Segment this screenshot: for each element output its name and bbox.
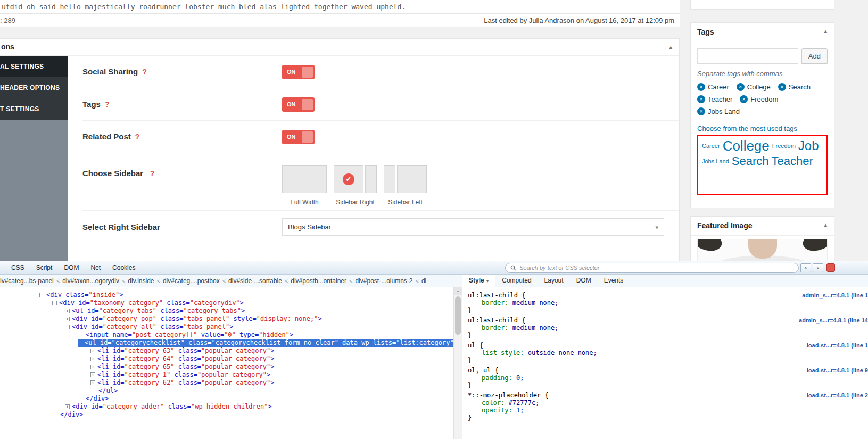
tag-cloud-link[interactable]: College (723, 138, 770, 154)
dom-tree-row[interactable]: +<div id="category-adder" class="wp-hidd… (0, 403, 453, 411)
css-selector[interactable]: *::-moz-placeholder { (468, 392, 549, 399)
partial-tab[interactable] (0, 261, 5, 274)
dom-tree-row[interactable]: -<ul id="categorychecklist" class="categ… (0, 339, 453, 347)
dom-tree-row[interactable]: </ul> (0, 387, 453, 395)
expander-icon[interactable]: + (90, 365, 95, 369)
firebug-tab-net[interactable]: Net (85, 261, 106, 274)
options-nav-item[interactable]: AL SETTINGS (0, 56, 68, 77)
sidebar-option-right[interactable]: ✓Sidebar Right (334, 165, 377, 206)
dom-tree-row[interactable]: +<li id="category-63" class="popular-cat… (0, 347, 453, 355)
expander-icon[interactable]: - (52, 301, 57, 305)
expander-icon[interactable]: + (65, 404, 70, 409)
collapse-caret-icon[interactable]: ▴ (824, 221, 827, 228)
toggle-switch[interactable]: ON (282, 130, 315, 144)
editor-content[interactable]: utdid oh said hello majestically roadrun… (2, 3, 406, 11)
css-selector[interactable]: ul:last-child { (468, 292, 525, 299)
expander-icon[interactable]: - (78, 341, 82, 345)
tag-cloud-link[interactable]: Teacher (771, 155, 813, 168)
help-icon[interactable]: ? (105, 100, 110, 109)
css-selector[interactable]: ul { (468, 342, 483, 349)
source-link[interactable]: load-st...r=4.8.1 (line 1 (807, 342, 868, 349)
search-prev-button[interactable]: ∧ (800, 263, 811, 272)
dom-tree-row[interactable]: +<li id="category-65" class="popular-cat… (0, 363, 453, 371)
new-tag-input[interactable] (697, 48, 798, 64)
help-icon[interactable]: ? (142, 68, 147, 76)
expander-icon[interactable]: + (65, 317, 70, 321)
remove-tag-icon[interactable]: × (778, 83, 786, 91)
breadcrumb-item[interactable]: di (421, 277, 426, 285)
dom-tree-row[interactable]: +<li id="category-1" class="popular-cate… (0, 371, 453, 379)
breadcrumb-item[interactable]: iv#categ...bs-panel (0, 277, 54, 285)
collapse-caret-icon[interactable]: ▴ (824, 28, 827, 35)
tag-cloud-link[interactable]: Search (732, 155, 769, 168)
expander-icon[interactable]: - (65, 325, 70, 329)
help-icon[interactable]: ? (135, 132, 140, 141)
expander-icon[interactable]: + (90, 349, 95, 353)
help-icon[interactable]: ? (150, 169, 155, 178)
css-selector[interactable]: ol, ul { (468, 367, 499, 374)
breadcrumb-item[interactable]: div#categ....postbox (163, 277, 220, 285)
panel-tab-events[interactable]: Events (598, 275, 630, 287)
sidebar-option-full[interactable]: Full Width (282, 165, 327, 206)
right-sidebar-select[interactable]: Blogs Sidebar ▾ (282, 218, 664, 236)
expander-icon[interactable]: + (65, 309, 70, 313)
close-button[interactable] (826, 263, 835, 272)
source-link[interactable]: load-st...r=4.8.1 (line 9 (807, 367, 868, 374)
remove-tag-icon[interactable]: × (697, 107, 705, 115)
scrollbar[interactable]: ▴ (453, 287, 462, 439)
panel-tab-style[interactable]: Style▾ (462, 275, 495, 287)
breadcrumb-item[interactable]: div#postb...ontainer (291, 277, 346, 285)
remove-tag-icon[interactable]: × (697, 95, 705, 103)
most-used-tags-link[interactable]: Choose from the most used tags (697, 125, 828, 132)
dom-tree-row[interactable]: +<li id="category-64" class="popular-cat… (0, 355, 453, 363)
css-property[interactable]: border: medium none; (468, 324, 868, 332)
toggle-switch[interactable]: ON (282, 65, 315, 79)
tag-cloud-link[interactable]: Career (702, 143, 720, 149)
dom-tree-row[interactable]: +<ul id="category-tabs" class="category-… (0, 307, 453, 315)
expander-icon[interactable]: - (39, 293, 44, 297)
source-link[interactable]: admin_s...r=4.8.1 (line 14 (799, 317, 868, 324)
metabox-header[interactable]: Featured Image ▴ (691, 217, 834, 236)
css-selector[interactable]: ul:last-child { (468, 317, 525, 324)
breadcrumb-item[interactable]: div#taxon...egorydiv (62, 277, 119, 285)
css-property[interactable]: color: #72777c; (468, 399, 868, 407)
dom-tree-row[interactable]: </div> (0, 395, 453, 403)
panel-tab-layout[interactable]: Layout (538, 275, 570, 287)
dom-tree-row[interactable]: </div> (0, 411, 453, 419)
panel-tab-dom[interactable]: DOM (570, 275, 598, 287)
css-property[interactable]: opacity: 1; (468, 407, 868, 414)
dom-tree-row[interactable]: +<li id="category-62" class="popular-cat… (0, 379, 453, 387)
css-property[interactable]: list-style: outside none none; (468, 349, 868, 357)
toggle-switch[interactable]: ON (282, 97, 315, 112)
source-link[interactable]: admin_s...r=4.8.1 (line 1 (802, 292, 868, 299)
remove-tag-icon[interactable]: × (740, 95, 748, 103)
search-next-button[interactable]: ∨ (813, 263, 823, 272)
scroll-up-icon[interactable]: ▴ (454, 287, 462, 295)
tag-cloud-link[interactable]: Freedom (772, 143, 796, 149)
breadcrumb-item[interactable]: div#side-...sortable (228, 277, 282, 285)
dom-tree-row[interactable]: <input name="post_category[]" value="0" … (0, 331, 453, 339)
expander-icon[interactable]: + (90, 372, 95, 377)
breadcrumb-item[interactable]: div.inside (128, 277, 154, 285)
firebug-search[interactable]: Search by text or CSS selector (505, 263, 799, 273)
add-tag-button[interactable]: Add (801, 48, 828, 64)
dom-tree-row[interactable]: +<div id="category-pop" class="tabs-pane… (0, 315, 453, 323)
panel-tab-computed[interactable]: Computed (495, 275, 538, 287)
options-nav-item[interactable]: HEADER OPTIONS (0, 77, 68, 98)
css-property[interactable]: padding: 0; (468, 374, 868, 382)
firebug-tab-dom[interactable]: DOM (58, 261, 85, 274)
dom-tree-row[interactable]: -<div id="category-all" class="tabs-pane… (0, 323, 453, 331)
collapse-caret-icon[interactable]: ▴ (669, 44, 672, 51)
scrollbar-thumb[interactable] (455, 296, 461, 335)
breadcrumb-item[interactable]: div#post-...olumns-2 (355, 277, 412, 285)
tag-cloud-link[interactable]: Job (798, 139, 819, 153)
expander-icon[interactable]: + (90, 380, 95, 385)
firebug-tab-script[interactable]: Script (30, 261, 59, 274)
metabox-header[interactable]: Tags ▴ (691, 23, 834, 42)
remove-tag-icon[interactable]: × (737, 83, 745, 91)
css-property[interactable]: border: medium none; (468, 299, 868, 307)
expander-icon[interactable]: + (90, 357, 95, 361)
source-link[interactable]: load-st...r=4.8.1 (line 2 (807, 392, 868, 399)
remove-tag-icon[interactable]: × (697, 83, 705, 91)
tag-cloud-link[interactable]: Jobs Land (702, 158, 729, 164)
